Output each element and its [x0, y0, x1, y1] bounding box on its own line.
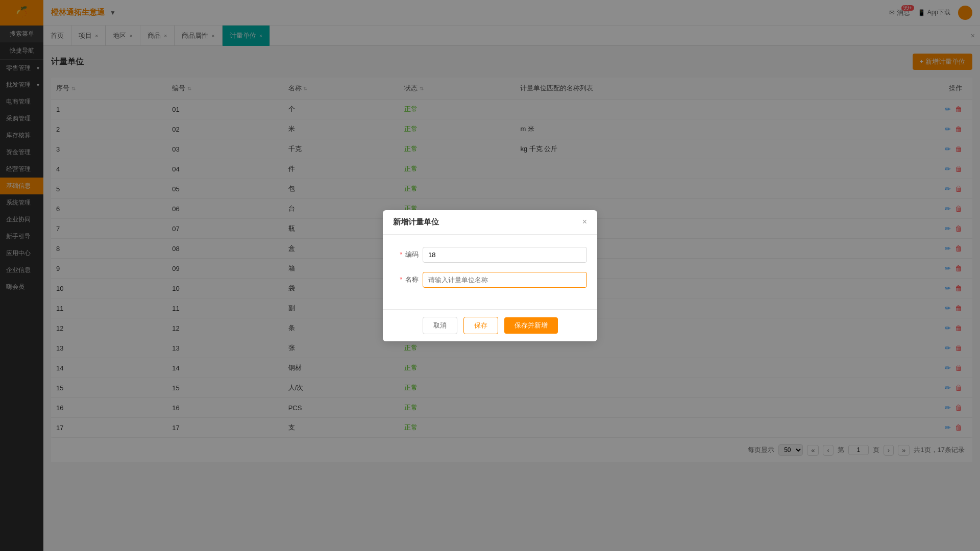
- add-unit-modal: 新增计量单位 × * 编码 * 名称 取消 保存 保存并新增: [383, 210, 597, 341]
- name-input[interactable]: [423, 272, 587, 288]
- modal-body: * 编码 * 名称: [383, 235, 597, 309]
- required-asterisk: *: [400, 251, 402, 258]
- code-input[interactable]: [423, 247, 587, 263]
- save-button[interactable]: 保存: [463, 317, 498, 334]
- code-field-row: * 编码: [393, 247, 587, 263]
- modal-close-button[interactable]: ×: [582, 217, 587, 227]
- name-label: * 名称: [393, 275, 419, 284]
- name-field-row: * 名称: [393, 272, 587, 288]
- save-and-new-button[interactable]: 保存并新增: [504, 317, 558, 334]
- required-asterisk: *: [400, 276, 402, 283]
- modal-footer: 取消 保存 保存并新增: [383, 309, 597, 341]
- modal-title: 新增计量单位: [393, 217, 439, 227]
- code-label: * 编码: [393, 250, 419, 259]
- modal-overlay[interactable]: 新增计量单位 × * 编码 * 名称 取消 保存 保存并新增: [0, 0, 980, 551]
- modal-header: 新增计量单位 ×: [383, 210, 597, 235]
- cancel-button[interactable]: 取消: [423, 317, 457, 334]
